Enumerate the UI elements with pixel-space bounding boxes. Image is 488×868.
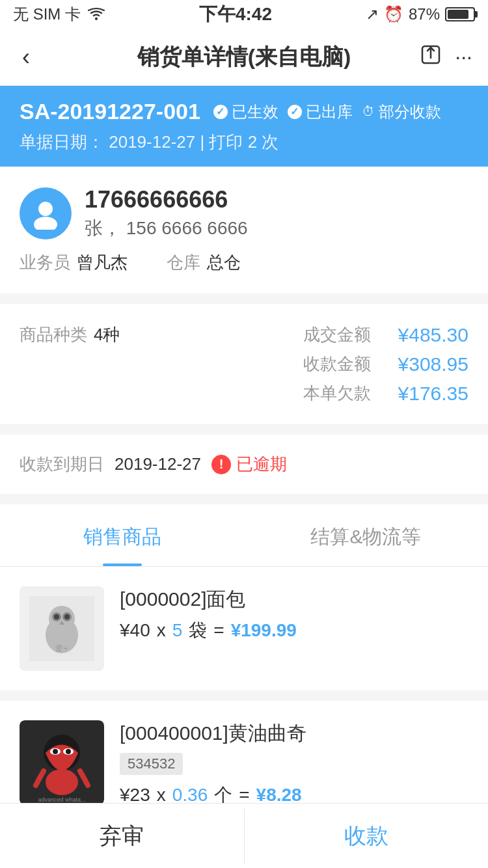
customer-section: 17666666666 张， 156 6666 6666 业务员 曾凡杰 仓库 … xyxy=(0,167,488,293)
clock-icon: ⏱ xyxy=(362,104,375,119)
share-icon[interactable] xyxy=(420,44,442,71)
due-section: 收款到期日 2019-12-27 ! 已逾期 xyxy=(0,435,488,494)
salesperson-label: 业务员 xyxy=(20,251,70,274)
price-base-1: ¥40 xyxy=(120,620,150,641)
cancel-button[interactable]: 弃审 xyxy=(0,808,245,864)
overdue-icon: ! xyxy=(211,455,231,474)
salesperson-item: 业务员 曾凡杰 xyxy=(20,251,128,274)
more-icon[interactable]: ··· xyxy=(455,45,472,69)
product-types: 商品种类 4种 xyxy=(20,323,120,346)
product-item: 爱+ [0000002]面包 ¥40 x 5 袋 = ¥199.99 xyxy=(0,567,488,690)
warehouse-value: 总仓 xyxy=(207,251,241,274)
status-bar: 无 SIM 卡 下午4:42 ↗ ⏰ 87% xyxy=(0,0,488,29)
customer-name-phone: 张， 156 6666 6666 xyxy=(85,216,248,241)
product-price-row-1: ¥40 x 5 袋 = ¥199.99 xyxy=(120,618,468,643)
price-qty-1: 5 xyxy=(172,620,183,641)
debt-label: 本单欠款 xyxy=(303,382,371,405)
received-value: ¥308.95 xyxy=(384,353,468,375)
check-icon-2 xyxy=(288,105,302,119)
amount-label: 成交金额 xyxy=(303,323,371,346)
overdue-badge: ! 已逾期 xyxy=(211,453,287,476)
received-row: 收款金额 ¥308.95 xyxy=(303,353,468,375)
status-bar-left: 无 SIM 卡 xyxy=(13,4,105,25)
product-list: 爱+ [0000002]面包 ¥40 x 5 袋 = ¥199.99 xyxy=(0,567,488,827)
banner-top: SA-20191227-001 已生效 已出库 ⏱ 部分收款 xyxy=(20,99,468,124)
battery-icon xyxy=(445,7,475,21)
due-date-value: 2019-12-27 xyxy=(115,454,201,474)
header-banner: SA-20191227-001 已生效 已出库 ⏱ 部分收款 单据日期： 201… xyxy=(0,86,488,167)
confirm-button[interactable]: 收款 xyxy=(245,808,489,864)
tabs-section: 销售商品 结算&物流等 xyxy=(0,504,488,567)
warehouse-label: 仓库 xyxy=(167,251,200,274)
customer-row: 17666666666 张， 156 6666 6666 xyxy=(20,186,468,241)
svg-point-17 xyxy=(53,749,58,754)
svg-point-2 xyxy=(38,202,53,216)
svg-point-3 xyxy=(34,217,57,230)
product-info-2: [000400001]黄油曲奇 534532 ¥23 x 0.36 个 = ¥8… xyxy=(120,720,468,807)
debt-value: ¥176.35 xyxy=(384,383,468,405)
amount-row: 成交金额 ¥485.30 xyxy=(303,323,468,346)
nav-right-actions: ··· xyxy=(420,44,472,71)
amount-value: ¥485.30 xyxy=(384,324,468,346)
customer-avatar xyxy=(20,187,72,239)
customer-meta: 业务员 曾凡杰 仓库 总仓 xyxy=(20,251,468,274)
battery-percent: 87% xyxy=(409,5,440,23)
status-bar-time: 下午4:42 xyxy=(199,2,272,27)
product-thumb-1: 爱+ xyxy=(20,586,104,671)
page-title: 销货单详情(来自电脑) xyxy=(137,42,351,72)
back-button[interactable]: ‹ xyxy=(16,37,36,77)
product-badge-2: 534532 xyxy=(120,753,183,775)
product-name-2: [000400001]黄油曲奇 xyxy=(120,720,468,747)
wifi-icon xyxy=(87,8,105,21)
svg-point-18 xyxy=(66,749,71,754)
svg-point-10 xyxy=(64,614,70,619)
price-unit-1: 袋 xyxy=(189,618,207,643)
status-partial-payment: ⏱ 部分收款 xyxy=(362,102,441,122)
nav-bar: ‹ 销货单详情(来自电脑) ··· xyxy=(0,29,488,86)
types-value: 4种 xyxy=(94,323,120,346)
stats-left: 商品种类 4种 xyxy=(20,323,120,346)
product-info-1: [0000002]面包 ¥40 x 5 袋 = ¥199.99 xyxy=(120,586,468,643)
product-thumb-2: advanced whata... xyxy=(20,720,104,805)
status-tags: 已生效 已出库 ⏱ 部分收款 xyxy=(213,102,441,122)
svg-point-19 xyxy=(46,769,78,795)
price-multiply-1: x xyxy=(157,620,166,641)
location-icon: ↗ xyxy=(366,5,379,23)
price-equals-1: = xyxy=(213,620,224,641)
carrier-label: 无 SIM 卡 xyxy=(13,4,81,25)
bottom-bar: 弃审 收款 xyxy=(0,803,488,868)
due-label: 收款到期日 xyxy=(20,453,104,476)
banner-date: 单据日期： 2019-12-27 | 打印 2 次 xyxy=(20,131,468,154)
tab-settlement[interactable]: 结算&物流等 xyxy=(244,504,488,566)
customer-info: 17666666666 张， 156 6666 6666 xyxy=(85,186,248,241)
price-total-1: ¥199.99 xyxy=(231,620,297,641)
status-bar-right: ↗ ⏰ 87% xyxy=(366,5,475,23)
status-shipped: 已出库 xyxy=(288,102,353,122)
check-icon-1 xyxy=(213,105,228,119)
stats-right: 成交金额 ¥485.30 收款金额 ¥308.95 本单欠款 ¥176.35 xyxy=(303,323,468,405)
status-effective: 已生效 xyxy=(213,102,278,122)
overdue-text: 已逾期 xyxy=(236,453,287,476)
svg-text:爱+: 爱+ xyxy=(55,644,68,653)
svg-point-9 xyxy=(54,614,59,619)
svg-point-0 xyxy=(95,18,98,20)
order-id: SA-20191227-001 xyxy=(20,99,200,124)
product-name-1: [0000002]面包 xyxy=(120,586,468,613)
tab-sales-goods[interactable]: 销售商品 xyxy=(0,504,244,566)
alarm-icon: ⏰ xyxy=(384,5,403,23)
salesperson-value: 曾凡杰 xyxy=(77,251,128,274)
customer-phone-display: 17666666666 xyxy=(85,186,248,213)
svg-text:advanced whata...: advanced whata... xyxy=(38,796,85,803)
debt-row: 本单欠款 ¥176.35 xyxy=(303,382,468,405)
warehouse-item: 仓库 总仓 xyxy=(167,251,241,274)
types-label: 商品种类 xyxy=(20,323,87,346)
product-image-1: 爱+ xyxy=(29,596,94,661)
product-image-2: advanced whata... xyxy=(20,720,104,805)
stats-section: 商品种类 4种 成交金额 ¥485.30 收款金额 ¥308.95 本单欠款 ¥… xyxy=(0,304,488,424)
avatar-icon xyxy=(29,197,62,230)
received-label: 收款金额 xyxy=(303,353,371,375)
tab-underline xyxy=(103,563,142,566)
